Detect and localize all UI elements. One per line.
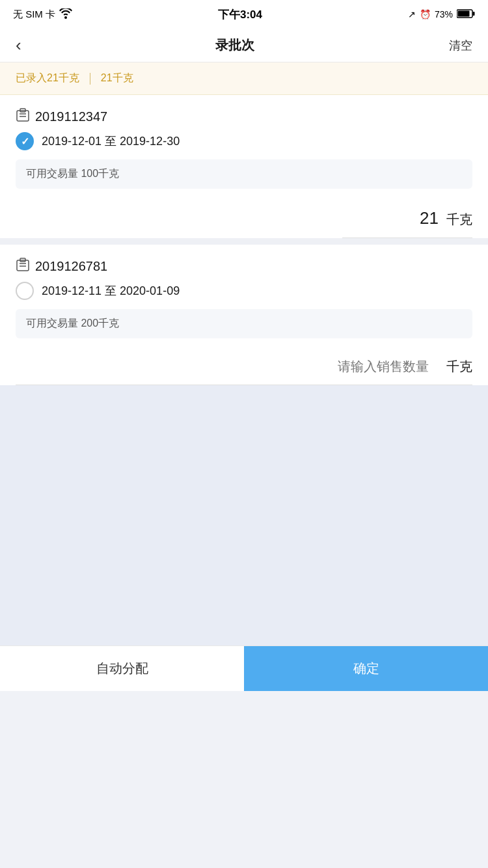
- batch-id-1: 2019112347: [35, 109, 107, 124]
- batch-id-2: 2019126781: [35, 259, 107, 274]
- location-icon: ↗: [408, 9, 416, 20]
- confirm-button[interactable]: 确定: [244, 646, 488, 691]
- radio-1[interactable]: [16, 132, 34, 150]
- batch-avail-1: 可用交易量 100千克: [16, 159, 472, 189]
- batch-item-2: 2019126781 2019-12-11 至 2020-01-09 可用交易量…: [0, 245, 488, 338]
- quantity-value-1: 21: [420, 208, 439, 228]
- svg-rect-1: [472, 12, 474, 16]
- status-left: 无 SIM 卡: [13, 8, 72, 21]
- gray-area: [0, 385, 488, 645]
- status-time: 下午3:04: [218, 7, 262, 22]
- quantity-divider-1: [342, 237, 472, 238]
- batch-id-row-2: 2019126781: [16, 258, 472, 275]
- back-button[interactable]: ‹: [16, 35, 21, 55]
- page-title: 录批次: [215, 36, 254, 54]
- battery-icon: [457, 9, 475, 20]
- avail-text-2: 可用交易量 200千克: [26, 318, 119, 329]
- section-divider: [0, 238, 488, 245]
- recorded-amount: 已录入21千克: [16, 72, 79, 85]
- batch-icon-1: [16, 108, 30, 126]
- auto-distribute-button[interactable]: 自动分配: [0, 646, 244, 691]
- quantity-row-1: 21 千克: [0, 202, 488, 237]
- batch-date-2: 2019-12-11 至 2020-01-09: [42, 283, 180, 299]
- nav-bar: ‹ 录批次 清空: [0, 29, 488, 62]
- quantity-unit-1: 千克: [446, 211, 472, 228]
- no-sim-text: 无 SIM 卡: [13, 8, 55, 21]
- clear-button[interactable]: 清空: [449, 38, 472, 53]
- radio-2[interactable]: [16, 282, 34, 300]
- batch-icon-2: [16, 258, 30, 275]
- total-amount: 21千克: [101, 72, 133, 85]
- batch-date-row-2[interactable]: 2019-12-11 至 2020-01-09: [16, 282, 472, 300]
- unit-label-2: 千克: [446, 358, 472, 375]
- alarm-icon: ⏰: [420, 9, 431, 20]
- avail-text-1: 可用交易量 100千克: [26, 168, 119, 179]
- batch-id-row-1: 2019112347: [16, 108, 472, 126]
- battery-text: 73%: [435, 9, 453, 20]
- status-right: ↗ ⏰ 73%: [408, 9, 475, 20]
- bottom-bar: 自动分配 确定: [0, 645, 488, 691]
- batch-date-1: 2019-12-01 至 2019-12-30: [42, 133, 180, 149]
- batch-date-row-1[interactable]: 2019-12-01 至 2019-12-30: [16, 132, 472, 150]
- svg-rect-2: [457, 10, 469, 16]
- batch-avail-2: 可用交易量 200千克: [16, 309, 472, 338]
- status-bar: 无 SIM 卡 下午3:04 ↗ ⏰ 73%: [0, 0, 488, 29]
- input-row-2[interactable]: 千克: [0, 351, 488, 385]
- batch-item-1: 2019112347 2019-12-01 至 2019-12-30 可用交易量…: [0, 95, 488, 189]
- banner-divider: [90, 73, 90, 85]
- wifi-icon: [59, 8, 72, 21]
- info-banner: 已录入21千克 21千克: [0, 62, 488, 95]
- quantity-input-2[interactable]: [16, 359, 439, 374]
